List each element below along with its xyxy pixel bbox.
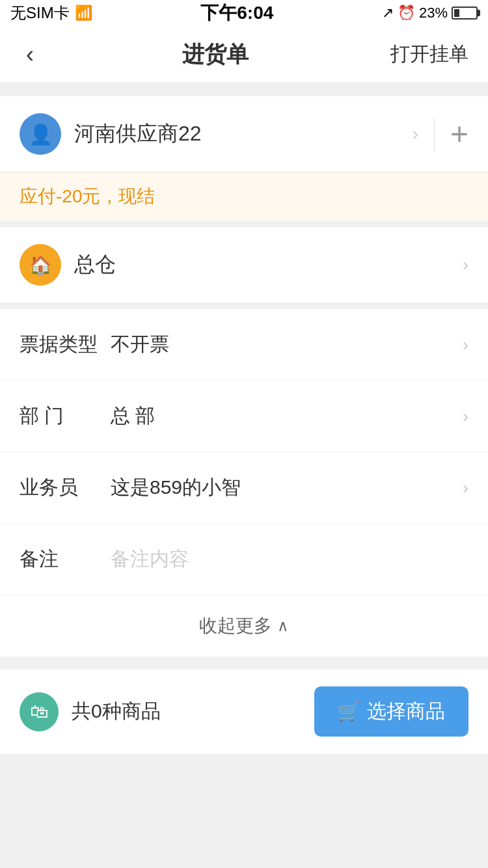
supplier-name: 河南供应商22 — [74, 120, 413, 148]
chevron-right-icon: › — [463, 406, 468, 427]
salesperson-label: 业务员 — [20, 474, 104, 501]
bottom-fill — [0, 753, 488, 868]
section-gap-1 — [0, 83, 488, 96]
invoice-type-value: 不开票 — [104, 331, 463, 358]
add-product-icon: 🛒 — [338, 701, 360, 722]
select-product-button[interactable]: 🛒 选择商品 — [314, 686, 468, 737]
remark-input[interactable]: 备注内容 — [104, 546, 468, 573]
department-row[interactable]: 部 门 总 部 › — [0, 380, 488, 452]
warehouse-row[interactable]: 🏠 总仓 › — [0, 227, 488, 303]
status-right: ↗ ⏰ 23% — [382, 5, 478, 21]
invoice-type-label: 票据类型 — [20, 331, 104, 358]
carrier-text: 无SIM卡 — [10, 3, 70, 23]
remark-row[interactable]: 备注 备注内容 — [0, 523, 488, 595]
status-bar: 无SIM卡 📶 下午6:04 ↗ ⏰ 23% — [0, 0, 488, 26]
alarm-icon: ⏰ — [398, 5, 415, 21]
open-pending-button[interactable]: 打开挂单 — [390, 41, 468, 68]
shopping-bag-icon: 🛍 — [30, 701, 48, 722]
chevron-right-icon: › — [463, 478, 468, 498]
department-label: 部 门 — [20, 403, 104, 429]
wifi-icon: 📶 — [75, 5, 92, 21]
supplier-section: 👤 河南供应商22 › + 应付-20元，现结 — [0, 96, 488, 221]
back-button[interactable]: ‹ — [20, 34, 40, 75]
add-button[interactable]: + — [450, 118, 468, 150]
salesperson-row[interactable]: 业务员 这是859的小智 › — [0, 452, 488, 523]
form-section: 票据类型 不开票 › 部 门 总 部 › 业务员 这是859的小智 › 备注 备… — [0, 309, 488, 657]
nav-bar: ‹ 进货单 打开挂单 — [0, 26, 488, 83]
page-title: 进货单 — [182, 40, 249, 70]
select-product-label: 选择商品 — [367, 698, 445, 725]
supplier-row[interactable]: 👤 河南供应商22 › + — [0, 96, 488, 172]
remark-label: 备注 — [20, 546, 104, 573]
invoice-type-row[interactable]: 票据类型 不开票 › — [0, 309, 488, 380]
chevron-right-icon: › — [413, 124, 418, 144]
product-section: 🛍 共0种商品 🛒 选择商品 — [0, 670, 488, 753]
product-left: 🛍 共0种商品 — [20, 692, 161, 731]
location-icon: ↗ — [382, 5, 394, 21]
collapse-label: 收起更多 — [199, 614, 272, 638]
collapse-row[interactable]: 收起更多 ∧ — [0, 595, 488, 657]
battery-percent: 23% — [419, 5, 448, 21]
warehouse-section: 🏠 总仓 › — [0, 227, 488, 303]
section-gap-3 — [0, 303, 488, 309]
notice-text: 应付-20元，现结 — [20, 186, 155, 206]
department-value: 总 部 — [104, 403, 463, 429]
avatar: 👤 — [20, 113, 61, 155]
chevron-right-icon: › — [463, 334, 468, 355]
battery-icon — [452, 7, 478, 20]
home-icon: 🏠 — [29, 254, 52, 276]
product-icon-wrap: 🛍 — [20, 692, 59, 731]
chevron-right-icon: › — [463, 254, 468, 275]
person-icon: 👤 — [29, 123, 53, 146]
supplier-divider — [434, 118, 435, 150]
collapse-arrow-icon: ∧ — [277, 617, 289, 635]
product-count: 共0种商品 — [72, 698, 161, 725]
warehouse-icon-wrap: 🏠 — [20, 244, 61, 286]
status-left: 无SIM卡 📶 — [10, 3, 92, 23]
time-display: 下午6:04 — [200, 1, 273, 25]
salesperson-value: 这是859的小智 — [104, 474, 463, 501]
notice-banner: 应付-20元，现结 — [0, 172, 488, 221]
warehouse-name: 总仓 — [74, 251, 463, 279]
section-gap-2 — [0, 221, 488, 227]
